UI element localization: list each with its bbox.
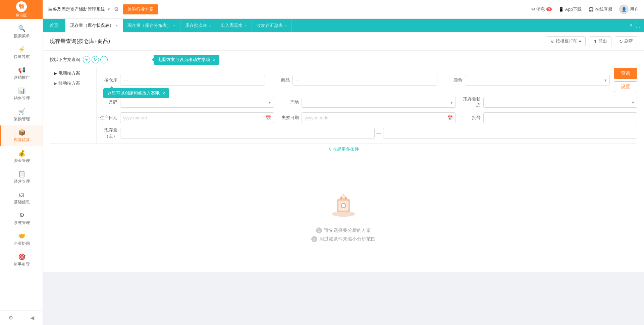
sidebar: 畅 标准版 🔍搜索菜单⚡快速导航📢营销推广📊销售管理🛒采购管理📦库存核算💰资金管… <box>0 0 43 325</box>
product-dots: ··· <box>296 77 301 83</box>
edit-tooltip-text: 这里可以创建和修改方案哦 <box>107 90 160 96</box>
main: 装备及固定资产辅助管理系统 ▾ ⚙ 体验行业方案 ✉ 消息 9 📱 App下载 … <box>43 0 644 325</box>
tabs-actions: ×⛶ <box>626 22 644 29</box>
inventory-icon: 📦 <box>18 129 25 136</box>
stock-qty-min[interactable] <box>120 128 375 139</box>
tab-home[interactable]: 首页 <box>43 19 65 32</box>
tab-inout_flow-close[interactable]: × <box>245 23 247 28</box>
stock-status-select[interactable]: ▾ <box>483 97 637 108</box>
expiry-date-cal-icon: 📅 <box>447 115 453 120</box>
collapse-bar[interactable]: ∧ 收起更多条件 <box>50 143 637 155</box>
sidebar-item-basic[interactable]: 🗂基础信息 <box>0 188 43 208</box>
headset-icon: 🎧 <box>588 7 594 12</box>
tab-inventory_status[interactable]: 现存量（库存状况表）× <box>65 19 123 32</box>
sidebar-item-collab[interactable]: 🤝企业协同 <box>0 229 43 250</box>
system-icon: ⚙ <box>19 212 24 219</box>
message-btn[interactable]: ✉ 消息 9 <box>531 6 552 12</box>
tab-batch_ledger-label: 库存批次账 <box>185 22 207 29</box>
filter-grid: 按仓库 ··· 商品 ··· <box>97 68 637 143</box>
sidebar-item-sales[interactable]: 📊销售管理 <box>0 84 43 105</box>
add-scheme-btn[interactable]: + <box>83 56 90 63</box>
marketing-label: 营销推广 <box>14 75 30 80</box>
tab-inventory_status-label: 现存量（库存状况表） <box>70 22 114 29</box>
sidebar-item-quicknav[interactable]: ⚡快速导航 <box>0 42 43 63</box>
avatar: 👤 <box>619 5 629 14</box>
collapse-sidebar-btn[interactable]: ◀ <box>30 315 34 321</box>
sidebar-item-search[interactable]: 🔍搜索菜单 <box>0 21 43 42</box>
app-icon: 📱 <box>558 7 564 12</box>
app-download-btn[interactable]: 📱 App下载 <box>558 6 582 12</box>
search-btn-group: 查询 设置 <box>614 68 637 92</box>
batch-field: 批号 <box>460 112 637 123</box>
user-label: 用户 <box>630 6 639 12</box>
empty-tip-1: 1 请先选择要分析的方案 <box>316 227 371 233</box>
batch-input[interactable] <box>483 112 637 123</box>
tab-inout_flow[interactable]: 出入库流水× <box>216 19 252 32</box>
sidebar-item-purchase[interactable]: 🛒采购管理 <box>0 105 43 125</box>
sidebar-item-inventory[interactable]: 📦库存核算 <box>0 125 43 146</box>
back-scheme-btn[interactable]: ← <box>100 56 108 63</box>
system-selector[interactable]: 装备及固定资产辅助管理系统 ▾ <box>48 6 110 12</box>
export-icon: ⬆ <box>593 39 597 44</box>
maximize-icon[interactable]: ⛶ <box>635 22 641 29</box>
size-select[interactable]: ▾ <box>120 97 274 108</box>
print-btn[interactable]: 🖨 按模板打印 ▾ <box>546 36 586 46</box>
prod-date-input[interactable]: yyyy-mm-dd 📅 <box>120 112 274 123</box>
trial-btn[interactable]: 体验行业方案 <box>123 4 158 14</box>
product-input[interactable]: ··· <box>292 75 437 86</box>
color-label: 颜色 <box>441 77 465 83</box>
color-select[interactable]: ▾ <box>465 75 610 86</box>
expiry-date-input[interactable]: yyyy-mm-dd 📅 <box>302 112 455 123</box>
message-icon: ✉ <box>531 7 535 12</box>
sidebar-item-guide[interactable]: 🎯新手引导 <box>0 250 43 271</box>
tab-batch_ledger-close[interactable]: × <box>209 23 211 28</box>
product-label: 商品 <box>269 77 292 83</box>
empty-illustration <box>327 187 360 221</box>
scheme-tooltip-close[interactable]: × <box>213 57 215 62</box>
refresh-btn[interactable]: ↻ 刷新 <box>615 36 637 46</box>
stock-status-label: 现存量状态 <box>460 96 483 108</box>
tab-inventory_dist[interactable]: 现存量（库存分布表）× <box>123 19 180 32</box>
search-btn[interactable]: 查询 <box>614 68 637 79</box>
support-btn[interactable]: 🎧 在线客服 <box>588 6 612 12</box>
sidebar-item-marketing[interactable]: 📢营销推广 <box>0 63 43 84</box>
export-btn[interactable]: ⬆ 导出 <box>589 36 611 46</box>
tab-inventory_dist-close[interactable]: × <box>173 23 175 28</box>
settings-footer-btn[interactable]: ⚙ <box>8 315 13 321</box>
close-all-tabs-icon[interactable]: × <box>630 22 633 29</box>
warehouse-input[interactable]: ··· <box>120 75 265 86</box>
finance-label: 资金管理 <box>14 158 30 164</box>
purchase-label: 采购管理 <box>14 116 30 122</box>
edit-tooltip-close[interactable]: × <box>162 91 165 96</box>
svg-rect-4 <box>342 204 345 207</box>
collab-label: 企业协同 <box>14 241 30 247</box>
scheme-item-mobile[interactable]: ▶ 移动端方案 <box>50 78 96 88</box>
reset-btn[interactable]: 设置 <box>614 82 637 92</box>
user-menu[interactable]: 👤 用户 <box>619 5 639 14</box>
refresh-scheme-btn[interactable]: ↻ <box>92 56 99 63</box>
message-badge: 9 <box>546 7 552 11</box>
sidebar-item-system[interactable]: ⚙系统管理 <box>0 208 43 229</box>
refresh-label: 刷新 <box>624 38 633 44</box>
sidebar-item-finance[interactable]: 💰资金管理 <box>0 146 43 167</box>
origin-select[interactable]: ▾ <box>302 97 455 108</box>
tab-collect_summary-close[interactable]: × <box>285 23 287 28</box>
expiry-date-field: 失效日期 yyyy-mm-dd 📅 <box>278 112 455 123</box>
collapse-label: 收起更多条件 <box>333 146 359 152</box>
origin-chevron: ▾ <box>450 100 453 105</box>
tab-collect_summary[interactable]: 收发存汇总表× <box>252 19 292 32</box>
tab-inventory_status-close[interactable]: × <box>116 23 118 28</box>
tab-batch_ledger[interactable]: 库存批次账× <box>180 19 216 32</box>
page-title: 现存量查询(按仓库+商品) <box>50 38 110 45</box>
warehouse-field: 按仓库 ··· <box>97 75 265 86</box>
stock-qty-max[interactable] <box>383 128 638 139</box>
sidebar-item-ops[interactable]: 📋经营管理 <box>0 167 43 188</box>
sales-label: 销售管理 <box>14 96 30 101</box>
scheme-item-pc[interactable]: ▶ 电脑端方案 <box>50 68 96 78</box>
tab-inout_flow-label: 出入库流水 <box>221 22 243 29</box>
color-chevron: ▾ <box>604 78 607 83</box>
filter-row-1: 按仓库 ··· 商品 ··· <box>97 68 637 92</box>
settings-icon[interactable]: ⚙ <box>114 6 119 12</box>
filter-actions: + ↻ ← <box>83 56 108 63</box>
app-label: App下载 <box>565 6 582 12</box>
